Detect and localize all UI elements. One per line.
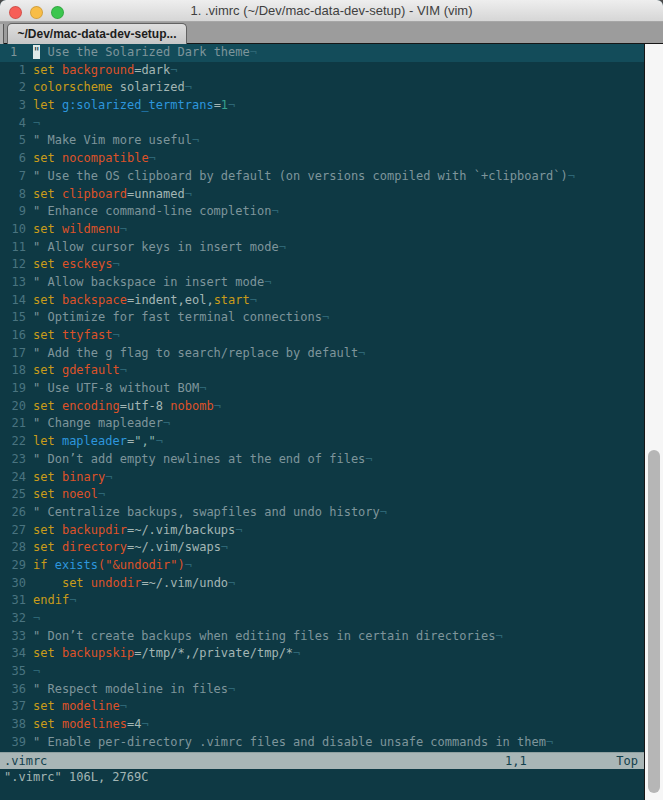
token-val: =/tmp/*,/private/tmp/* [134, 646, 293, 660]
editor-row[interactable]: 4¬ [0, 115, 644, 133]
line-number: 37 [0, 698, 29, 716]
token-eol: ¬ [380, 505, 387, 519]
code-line: " Enable per-directory .vimrc files and … [29, 734, 553, 752]
token-opt: nocompatible [62, 151, 149, 165]
editor-content[interactable]: 1" Use the Solarized Dark theme¬1set bac… [0, 44, 644, 800]
editor-row[interactable]: 16set ttyfast¬ [0, 327, 644, 345]
token-eol: ¬ [112, 328, 119, 342]
token-eol: ¬ [546, 735, 553, 749]
token-eol: ¬ [293, 646, 300, 660]
token-opt: esckeys [62, 257, 113, 271]
editor-row[interactable]: 2colorscheme solarized¬ [0, 79, 644, 97]
editor-row[interactable]: 13" Allow backspace in insert mode¬ [0, 274, 644, 292]
editor-row[interactable]: 1set background=dark¬ [0, 62, 644, 80]
close-button[interactable] [9, 6, 22, 19]
editor-row[interactable]: 37set modeline¬ [0, 698, 644, 716]
token-eol: ¬ [228, 98, 235, 112]
token-com: " Respect modeline in files [33, 682, 228, 696]
editor-row[interactable]: 38set modelines=4¬ [0, 716, 644, 734]
code-line: " Make Vim more useful¬ [29, 132, 199, 150]
token-com: " Don’t add empty newlines at the end of… [33, 452, 365, 466]
minimize-button[interactable] [30, 6, 43, 19]
editor-row[interactable]: 34set backupskip=/tmp/*,/private/tmp/*¬ [0, 645, 644, 663]
line-number: 20 [0, 398, 29, 416]
token-eol: ¬ [358, 346, 365, 360]
token-com: " Use UTF-8 without BOM [33, 381, 199, 395]
editor-row[interactable]: 36" Respect modeline in files¬ [0, 681, 644, 699]
editor-row-current[interactable]: 1" Use the Solarized Dark theme¬ [0, 44, 644, 62]
editor-row[interactable]: 26" Centralize backups, swapfiles and un… [0, 504, 644, 522]
editor-row[interactable]: 25set noeol¬ [0, 486, 644, 504]
line-number: 19 [0, 380, 29, 398]
line-number: 34 [0, 645, 29, 663]
editor-row[interactable]: 19" Use UTF-8 without BOM¬ [0, 380, 644, 398]
line-number: 5 [0, 132, 29, 150]
editor-row[interactable]: 28set directory=~/.vim/swaps¬ [0, 539, 644, 557]
editor-row[interactable]: 33" Don’t create backups when editing fi… [0, 628, 644, 646]
line-number: 25 [0, 486, 29, 504]
token-com: " Allow cursor keys in insert mode [33, 240, 279, 254]
editor-row[interactable]: 27set backupdir=~/.vim/backups¬ [0, 522, 644, 540]
editor-row[interactable]: 5" Make Vim more useful¬ [0, 132, 644, 150]
scrollbar-thumb[interactable] [648, 450, 660, 793]
token-opt: nobomb [170, 399, 213, 413]
active-tab[interactable]: ~/Dev/mac-data-dev-setup... [7, 23, 187, 44]
line-number: 11 [0, 239, 29, 257]
editor-row[interactable]: 18set gdefault¬ [0, 362, 644, 380]
editor-row[interactable]: 20set encoding=utf-8 nobomb¬ [0, 398, 644, 416]
inactive-tab-edge[interactable] [0, 24, 4, 44]
token-opt: clipboard [62, 187, 127, 201]
token-kw: set [33, 222, 62, 236]
editor-row[interactable]: 24set binary¬ [0, 469, 644, 487]
zoom-button[interactable] [51, 6, 64, 19]
vim-command-line[interactable]: ".vimrc" 106L, 2769C [0, 769, 644, 787]
editor-row[interactable]: 29if exists("&undodir")¬ [0, 557, 644, 575]
code-line: endif¬ [29, 592, 76, 610]
editor-row[interactable]: 30 set undodir=~/.vim/undo¬ [0, 575, 644, 593]
editor-row[interactable]: 14set backspace=indent,eol,start¬ [0, 292, 644, 310]
scrollbar-track[interactable] [644, 44, 663, 800]
token-com: " Change mapleader [33, 416, 163, 430]
code-line: set modelines=4¬ [29, 716, 149, 734]
editor-row[interactable]: 21" Change mapleader¬ [0, 415, 644, 433]
editor-row[interactable]: 3let g:solarized_termtrans=1¬ [0, 97, 644, 115]
editor-row[interactable]: 7" Use the OS clipboard by default (on v… [0, 168, 644, 186]
token-com: " Optimize for fast terminal connections [33, 310, 322, 324]
code-line: set wildmenu¬ [29, 221, 127, 239]
editor-row[interactable]: 32¬ [0, 610, 644, 628]
token-eol: ¬ [156, 434, 163, 448]
line-number: 18 [0, 362, 29, 380]
token-opt: modeline [62, 699, 120, 713]
code-line: " Allow cursor keys in insert mode¬ [29, 239, 286, 257]
token-kw: set [33, 257, 62, 271]
code-line: colorscheme solarized¬ [29, 79, 192, 97]
token-eol: ¬ [214, 399, 221, 413]
code-line: set directory=~/.vim/swaps¬ [29, 539, 228, 557]
code-line: " Don’t add empty newlines at the end of… [29, 451, 373, 469]
editor-row[interactable]: 17" Add the g flag to search/replace by … [0, 345, 644, 363]
editor-row[interactable]: 39" Enable per-directory .vimrc files an… [0, 734, 644, 752]
editor-row[interactable]: 11" Allow cursor keys in insert mode¬ [0, 239, 644, 257]
code-line: " Use the Solarized Dark theme¬ [29, 44, 257, 62]
title-bar[interactable]: 1. .vimrc (~/Dev/mac-data-dev-setup) - V… [0, 0, 663, 22]
editor-row[interactable]: 31endif¬ [0, 592, 644, 610]
line-number: 4 [0, 115, 29, 133]
editor-row[interactable]: 23" Don’t add empty newlines at the end … [0, 451, 644, 469]
token-com: " Make Vim more useful [33, 133, 192, 147]
editor-row[interactable]: 22let mapleader=","¬ [0, 433, 644, 451]
token-id: mapleader [62, 434, 127, 448]
editor-row[interactable]: 6set nocompatible¬ [0, 150, 644, 168]
line-number: 38 [0, 716, 29, 734]
token-id: g:solarized_termtrans [62, 98, 214, 112]
token-com: " Allow backspace in insert mode [33, 275, 264, 289]
editor-row[interactable]: 10set wildmenu¬ [0, 221, 644, 239]
line-number: 7 [0, 168, 29, 186]
editor-row[interactable]: 35¬ [0, 663, 644, 681]
editor-row[interactable]: 8set clipboard=unnamed¬ [0, 186, 644, 204]
editor-row[interactable]: 15" Optimize for fast terminal connectio… [0, 309, 644, 327]
terminal-area[interactable]: 1" Use the Solarized Dark theme¬1set bac… [0, 44, 663, 800]
editor-row[interactable]: 9" Enhance command-line completion¬ [0, 203, 644, 221]
line-number: 28 [0, 539, 29, 557]
token-val [33, 576, 62, 590]
editor-row[interactable]: 12set esckeys¬ [0, 256, 644, 274]
